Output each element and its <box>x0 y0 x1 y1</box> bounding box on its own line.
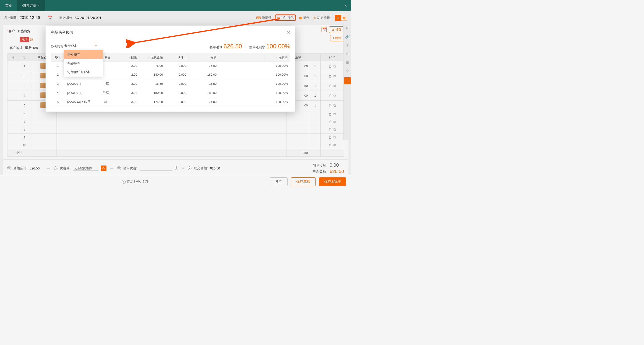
col-amount: 无税金额 <box>150 56 163 59</box>
option-contract-cost[interactable]: 订单签约时成本 <box>64 68 103 76</box>
col-rate: 毛利率 <box>278 56 288 59</box>
sort-icon[interactable]: ⇅ <box>208 57 210 58</box>
profit-modal: 商品毛利预估 ✕ 参考指标 参考成本 ⌃ 参考成本 结存成本 订单签约时成本 整… <box>46 26 296 112</box>
reference-label: 参考指标 <box>51 44 64 48</box>
reference-select[interactable]: 参考成本 ⌃ 参考成本 结存成本 订单签约时成本 <box>64 44 99 49</box>
table-row: 3[0000007]千克3.0016.500.00016.50100.00% <box>51 79 290 88</box>
col-no: 序号 <box>51 54 65 62</box>
total-profit-value: 626.50 <box>224 43 242 50</box>
col-unit: 单位 <box>104 56 110 59</box>
col-profit: 毛利 <box>210 56 216 59</box>
close-icon[interactable]: ✕ <box>287 30 290 35</box>
total-profit-label: 整单毛利 <box>210 45 222 49</box>
reference-value: 参考成本 <box>64 44 77 48</box>
table-row: 5[0000012] 7 50斤箱3.00174.000.000174.0010… <box>51 97 290 106</box>
col-estimate: 预估... <box>178 56 186 59</box>
table-row: 4[00000071]千克3.00180.000.000180.00100.00… <box>51 88 290 97</box>
sort-icon[interactable]: ⇅ <box>128 57 130 58</box>
total-rate-label: 整单毛利率 <box>249 45 265 49</box>
option-balance-cost[interactable]: 结存成本 <box>64 59 103 68</box>
col-qty: 数量 <box>131 56 137 59</box>
option-reference-cost[interactable]: 参考成本 <box>64 50 103 59</box>
modal-title: 商品毛利预估 <box>51 30 73 35</box>
sort-icon[interactable]: ⇅ <box>276 57 278 58</box>
reference-dropdown: 参考成本 结存成本 订单签约时成本 <box>64 50 103 76</box>
sort-icon[interactable]: ⇅ <box>175 57 176 58</box>
sort-icon[interactable]: ⇅ <box>148 57 150 58</box>
chevron-up-icon: ⌃ <box>94 44 97 48</box>
total-rate-value: 100.00% <box>266 43 290 50</box>
